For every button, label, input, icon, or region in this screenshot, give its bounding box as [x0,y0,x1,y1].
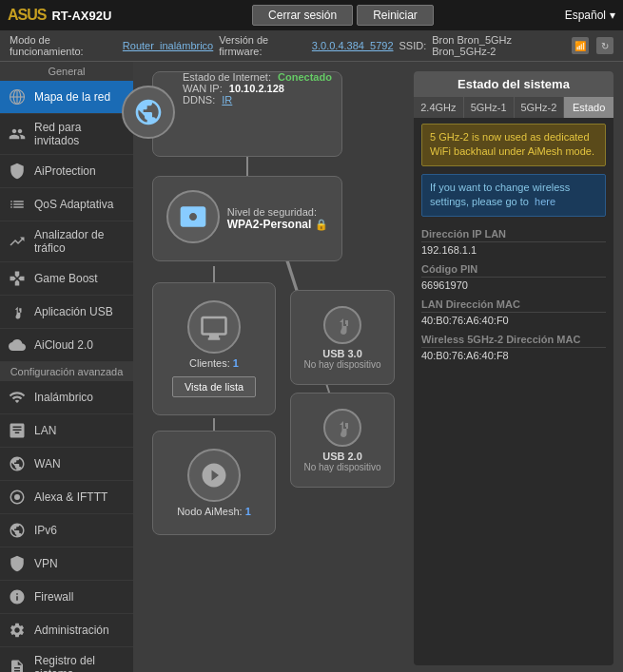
sidebar-item-vpn[interactable]: VPN [0,547,133,581]
modo-label: Modo de funcionamiento: [10,34,117,57]
model-text: RT-AX92U [51,9,111,23]
tab-5ghz1[interactable]: 5GHz-1 [464,97,515,118]
ddns-row: DDNS: IR [183,94,373,106]
sidebar-item-lan[interactable]: LAN [0,414,133,448]
usb20-status: No hay dispositivo [303,462,380,472]
language-selector[interactable]: Español ▾ [565,9,615,22]
usb-app-icon [8,302,27,321]
clients-label: Clientes: 1 [189,357,239,369]
usb20-label: USB 2.0 [322,451,362,462]
internet-icon-circle [122,86,175,139]
sidebar-label: LAN [34,424,56,437]
sidebar-item-aicloud[interactable]: AiCloud 2.0 [0,329,133,362]
usb30-node: USB 3.0 No hay dispositivo [290,290,395,385]
lan-mac-label: LAN Dirección MAC [421,295,606,313]
sidebar-item-game-boost[interactable]: Game Boost [0,262,133,296]
sidebar-general-header: General [0,62,133,81]
asus-logo-text: ASUS [8,7,46,24]
usb30-icon [323,306,361,344]
signal-icon[interactable]: 📶 [572,37,589,54]
sidebar-item-mapa-red[interactable]: Mapa de la red [0,81,133,114]
clients-count: 1 [233,357,239,369]
aimesh-count: 1 [245,506,251,517]
usb30-status: No hay dispositivo [303,359,380,370]
tab-estado[interactable]: Estado [564,97,613,118]
chevron-down-icon: ▾ [610,9,615,22]
wan-icon [8,454,27,473]
tab-5ghz2[interactable]: 5GHz-2 [515,97,565,118]
sidebar-item-registro[interactable]: Registro del sistema [0,647,133,672]
ddns-link[interactable]: IR [222,94,232,106]
status-fields: Dirección IP LAN 192.168.1.1 Código PIN … [421,224,606,365]
wireless-mac-label: Wireless 5GHz-2 Dirección MAC [421,330,606,348]
sidebar-label: AiCloud 2.0 [34,338,93,352]
sidebar-item-administracion[interactable]: Administración [0,614,133,647]
shield-icon [8,162,27,181]
sidebar-label: QoS Adaptativa [34,198,113,211]
sidebar-item-alexa[interactable]: Alexa & IFTTT [0,481,133,514]
log-icon [8,658,27,672]
sidebar-label: Inalámbrico [34,391,93,404]
pin-label: Código PIN [421,259,606,278]
internet-status-label: Estado de Internet: Conectado [183,71,373,83]
lan-icon [8,421,27,440]
main-layout: General Mapa de la red Red para invitado… [0,62,623,672]
sidebar-item-ipv6[interactable]: IPv6 [0,514,133,547]
here-link[interactable]: here [535,196,555,207]
content-area: Estado de Internet: Conectado WAN IP: 10… [133,62,623,672]
security-label-row: Nivel de seguridad: [227,206,328,218]
aimesh-label: Nodo AiMesh: 1 [177,506,251,517]
clients-node: Clientes: 1 Vista de lista [152,282,276,415]
status-panel-header: Estado del sistema [414,71,613,97]
ipv6-icon [8,521,27,540]
game-icon [8,269,27,288]
sidebar-item-red-invitados[interactable]: Red para invitados [0,114,133,155]
security-value-row: WPA2-Personal 🔒 [227,218,328,231]
sidebar-item-wan[interactable]: WAN [0,448,133,481]
modo-link[interactable]: Router_inalámbrico [123,40,213,51]
version-label: Versión de firmware: [219,34,306,57]
sidebar-label: VPN [34,557,58,570]
router-node: Nivel de seguridad: WPA2-Personal 🔒 [152,176,342,261]
status-tabs: 2.4GHz 5GHz-1 5GHz-2 Estado [414,97,613,118]
sidebar-item-app-usb[interactable]: Aplicación USB [0,296,133,329]
sidebar-label: Registro del sistema [34,654,126,672]
alexa-icon [8,488,27,507]
usb20-icon [323,409,361,447]
sidebar-item-firewall[interactable]: Firewall [0,581,133,614]
refresh-icon[interactable]: ↻ [596,37,613,54]
status-body: 5 GHz-2 is now used as dedicated WiFi ba… [414,118,613,371]
network-map: Estado de Internet: Conectado WAN IP: 10… [143,71,408,665]
sidebar-item-analizador[interactable]: Analizador de tráfico [0,221,133,262]
status-alert-aimesh: 5 GHz-2 is now used as dedicated WiFi ba… [421,124,606,166]
usb30-label: USB 3.0 [322,348,362,359]
internet-node: Estado de Internet: Conectado WAN IP: 10… [152,71,342,157]
version-value[interactable]: 3.0.0.4.384_5792 [312,40,394,51]
clients-icon-circle [187,300,241,354]
traffic-icon [8,232,27,251]
lan-ip-value: 192.168.1.1 [421,242,606,259]
lock-icon: 🔒 [315,219,328,231]
ssid-label: SSID: [399,40,427,51]
pin-value: 66961970 [421,278,606,295]
cerrar-sesion-button[interactable]: Cerrar sesión [252,5,353,26]
sidebar-item-qos[interactable]: QoS Adaptativa [0,188,133,221]
vpn-icon [8,554,27,573]
sidebar-label: Firewall [34,590,73,604]
cloud-icon [8,336,27,355]
view-list-button[interactable]: Vista de lista [172,376,256,397]
router-icon-circle [166,190,220,243]
info-bar: Modo de funcionamiento: Router_inalámbri… [0,30,623,62]
wan-ip-value: 10.10.2.128 [229,83,284,94]
admin-icon [8,621,27,640]
sidebar: General Mapa de la red Red para invitado… [0,62,133,672]
reiniciar-button[interactable]: Reiniciar [357,5,434,26]
status-alert-wireless: If you want to change wireless settings,… [421,174,606,217]
lan-mac-value: 40:B0:76:A6:40:F0 [421,313,606,330]
tab-24ghz[interactable]: 2.4GHz [414,97,464,118]
aimesh-icon-circle [187,449,241,502]
sidebar-label: Alexa & IFTTT [34,490,107,504]
sidebar-item-aiprotection[interactable]: AiProtection [0,155,133,188]
aimesh-node: Nodo AiMesh: 1 [152,431,276,535]
sidebar-item-inalambrico[interactable]: Inalámbrico [0,381,133,414]
